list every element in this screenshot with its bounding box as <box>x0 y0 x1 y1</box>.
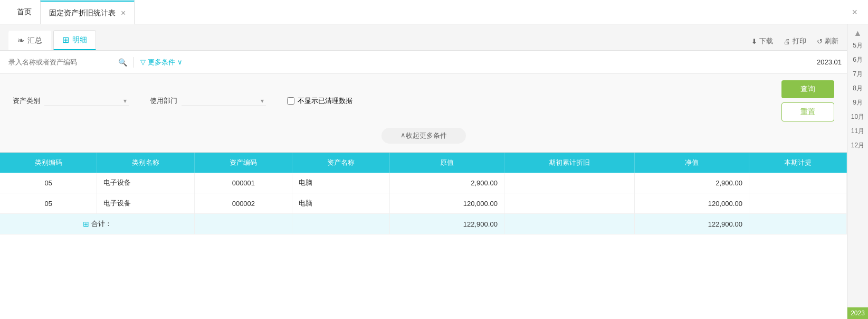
table-row: 05 电子设备 000002 电脑 120,000.00 120,000.00 <box>0 193 847 214</box>
cell-original-value: 2,900.00 <box>390 173 504 193</box>
sidebar-month-8[interactable]: 8月 <box>847 82 868 95</box>
total-original-value: 122,900.00 <box>390 214 504 234</box>
sidebar-scroll-up[interactable]: ▲ <box>854 29 862 38</box>
date-display: 2023.01 <box>817 58 842 66</box>
download-label: 下载 <box>759 36 773 46</box>
summary-icon: ❧ <box>17 35 24 45</box>
filter-row-1: 资产类别 使用部门 不显示已清理数据 <box>13 80 834 121</box>
cell-asset-code: 000001 <box>195 173 292 193</box>
col-original-value: 原值 <box>390 153 504 173</box>
filter-bar: 🔍 ▽ 更多条件 ∨ <box>0 51 847 74</box>
col-accumulated-depreciation: 期初累计折旧 <box>504 153 635 173</box>
asset-type-field: 资产类别 <box>13 96 129 106</box>
sidebar-month-12[interactable]: 12月 <box>847 139 868 152</box>
data-table: 类别编码 类别名称 资产编码 资产名称 原值 期初累计折旧 净值 本期计提 05… <box>0 153 847 234</box>
search-input[interactable] <box>8 58 114 66</box>
col-current-depreciation: 本期计提 <box>749 153 846 173</box>
cell-net-value: 120,000.00 <box>635 193 749 214</box>
collapse-icon: ∧ <box>400 131 406 140</box>
cell-accumulated-depreciation <box>504 173 635 193</box>
chevron-down-icon: ∨ <box>177 58 183 66</box>
cell-category-code: 05 <box>0 193 97 214</box>
sidebar-month-11[interactable]: 11月 <box>847 125 868 138</box>
department-select[interactable] <box>182 96 266 106</box>
print-icon: 🖨 <box>784 37 790 45</box>
cell-category-name: 电子设备 <box>97 193 195 214</box>
department-select-wrapper <box>182 96 266 106</box>
print-button[interactable]: 🖨 打印 <box>784 36 806 46</box>
total-accumulated-depreciation <box>504 214 635 234</box>
no-cleared-label: 不显示已清理数据 <box>298 96 352 106</box>
filter-divider <box>133 57 134 68</box>
download-icon: ⬇ <box>751 37 757 45</box>
total-net-value: 122,900.00 <box>635 214 749 234</box>
total-row: ⊞ 合计： 122,900.00 122,900.00 <box>0 214 847 234</box>
nav-home[interactable]: 首页 <box>8 7 40 17</box>
reset-button[interactable]: 重置 <box>781 102 834 121</box>
sidebar-month-6[interactable]: 6月 <box>847 53 868 67</box>
tab-close-icon[interactable]: × <box>121 8 126 18</box>
print-label: 打印 <box>793 36 806 46</box>
sidebar-month-5[interactable]: 5月 <box>847 39 868 52</box>
table-header-row: 类别编码 类别名称 资产编码 资产名称 原值 期初累计折旧 净值 本期计提 <box>0 153 847 173</box>
total-icon: ⊞ <box>83 220 89 228</box>
cell-current-depreciation <box>749 193 846 214</box>
toolbar-right: ⬇ 下载 🖨 打印 ↺ 刷新 <box>751 36 838 46</box>
window-close-button[interactable]: × <box>852 6 857 17</box>
main-content: ❧ 汇总 ⊞ 明细 ⬇ 下载 🖨 打印 ↺ 刷新 🔍 ▽ <box>0 24 847 319</box>
sidebar-month-9[interactable]: 9月 <box>847 96 868 109</box>
cell-asset-name: 电脑 <box>292 193 390 214</box>
no-cleared-group: 不显示已清理数据 <box>287 96 352 106</box>
total-asset-code <box>195 214 292 234</box>
collapse-label: 收起更多条件 <box>406 131 447 140</box>
tab-summary[interactable]: ❧ 汇总 <box>8 31 51 50</box>
nav-tab-active[interactable]: 固定资产折旧统计表 × <box>40 1 135 25</box>
table-row: 05 电子设备 000001 电脑 2,900.00 2,900.00 <box>0 173 847 193</box>
col-asset-code: 资产编码 <box>195 153 292 173</box>
top-nav: 首页 固定资产折旧统计表 × × <box>0 0 868 24</box>
tab-title: 固定资产折旧统计表 <box>49 8 116 18</box>
cell-current-depreciation <box>749 173 846 193</box>
refresh-button[interactable]: ↺ 刷新 <box>817 36 838 46</box>
tab-detail-label: 明细 <box>72 35 87 45</box>
asset-type-select-wrapper <box>44 96 129 106</box>
refresh-icon: ↺ <box>817 37 823 45</box>
no-cleared-checkbox[interactable] <box>287 97 294 105</box>
col-net-value: 净值 <box>635 153 749 173</box>
more-filter-label: 更多条件 <box>148 58 175 67</box>
download-button[interactable]: ⬇ 下载 <box>751 36 773 46</box>
query-button[interactable]: 查询 <box>781 80 834 98</box>
right-sidebar: ▲ 5月 6月 7月 8月 9月 10月 11月 12月 2023 <box>847 24 868 319</box>
department-field: 使用部门 <box>150 96 266 106</box>
tab-summary-label: 汇总 <box>27 36 42 45</box>
cell-original-value: 120,000.00 <box>390 193 504 214</box>
filter-icon: ▽ <box>140 58 146 66</box>
asset-type-select[interactable] <box>44 96 129 106</box>
department-label: 使用部门 <box>150 96 177 106</box>
total-current-depreciation <box>749 214 846 234</box>
collapse-button[interactable]: ∧ 收起更多条件 <box>381 128 466 144</box>
total-asset-name <box>292 214 390 234</box>
cell-asset-name: 电脑 <box>292 173 390 193</box>
advanced-filter: 资产类别 使用部门 不显示已清理数据 <box>0 74 847 153</box>
sidebar-month-10[interactable]: 10月 <box>847 110 868 124</box>
search-icon[interactable]: 🔍 <box>118 58 127 67</box>
col-category-code: 类别编码 <box>0 153 97 173</box>
cell-category-code: 05 <box>0 173 97 193</box>
cell-net-value: 2,900.00 <box>635 173 749 193</box>
sidebar-month-7[interactable]: 7月 <box>847 68 868 81</box>
total-label-text: 合计： <box>91 219 112 229</box>
refresh-label: 刷新 <box>825 36 838 46</box>
asset-type-label: 资产类别 <box>13 96 40 106</box>
cell-category-name: 电子设备 <box>97 173 195 193</box>
cell-asset-code: 000002 <box>195 193 292 214</box>
action-buttons: 查询 重置 <box>781 80 834 121</box>
total-label-cell: ⊞ 合计： <box>0 214 195 234</box>
sidebar-year-badge[interactable]: 2023 <box>847 307 869 319</box>
tab-detail[interactable]: ⊞ 明细 <box>53 30 96 50</box>
more-filter-button[interactable]: ▽ 更多条件 ∨ <box>140 58 183 67</box>
table-container: 类别编码 类别名称 资产编码 资产名称 原值 期初累计折旧 净值 本期计提 05… <box>0 153 847 319</box>
col-asset-name: 资产名称 <box>292 153 390 173</box>
detail-icon: ⊞ <box>62 35 69 45</box>
col-category-name: 类别名称 <box>97 153 195 173</box>
